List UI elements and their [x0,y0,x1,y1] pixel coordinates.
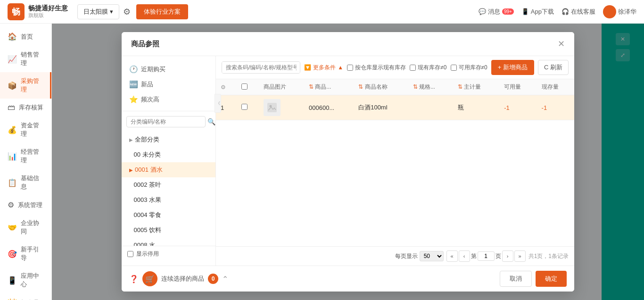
search-icon[interactable]: 🔍 [207,118,215,125]
right-panel: 🔍 🔽 更多条件 ▲ 按仓库显示现有库存 [216,56,574,266]
row-checkbox[interactable] [237,95,259,120]
warehouse-checkbox[interactable] [347,65,353,71]
cat-item-liquor[interactable]: ▶ 0001 酒水 [122,162,215,177]
existing-checkbox[interactable] [410,65,416,71]
existing-label: 现有库存≠0 [418,64,446,72]
cat-item-snack[interactable]: 0004 零食 [122,208,215,223]
col-available-header[interactable]: 可用量 [499,79,537,95]
cat-label: 0004 零食 [134,211,162,219]
cat-item-fruit[interactable]: 0003 水果 [122,192,215,208]
app-download-btn[interactable]: 📱 App下载 [521,8,554,16]
col-code-header[interactable]: ⇅ 商品... [304,79,354,95]
sidebar-item-cooperation[interactable]: 🤝 企业协同 [0,214,51,241]
online-service-btn[interactable]: 🎧 在线客服 [561,8,595,16]
divider [122,111,215,111]
add-product-btn[interactable]: + 新增商品 [491,60,534,75]
page-info: 共1页，1条记录 [528,252,569,260]
arrow-icon [129,228,132,233]
row-code: 000600... [304,95,354,120]
sidebar-item-member[interactable]: 👑 畅会员 [0,293,51,300]
experience-btn[interactable]: 体验行业方案 [136,4,188,19]
per-page-label: 每页显示 [395,252,418,260]
messages-btn[interactable]: 💬 消息 99+ [479,8,514,16]
cancel-btn[interactable]: 取消 [500,271,532,287]
filter-arrow-icon: ▲ [338,64,343,71]
modal-close-btn[interactable]: ✕ [558,39,565,49]
sidebar-item-guide[interactable]: 🎯 新手引导 [0,241,51,267]
user-name: 徐泽华 [618,8,636,16]
logo-sub: 旗舰版 [28,12,68,19]
row-select-checkbox[interactable] [241,104,248,110]
quick-item-recent[interactable]: 🕐 近期购买 [122,62,215,77]
product-table: ⚙ 商品图片 ⇅ 商品... [216,79,574,120]
modal-title: 商品参照 [131,40,159,49]
gear-icon[interactable]: ⚙ [123,7,131,17]
sidebar: 🏠 首页 📈 销售管理 📦 采购管理 🗃 库存核算 💰 资金管理 📊 经营管理 … [0,24,52,300]
available-filter[interactable]: 可用库存≠0 [451,64,487,72]
last-page-btn[interactable]: » [514,250,526,262]
app-label: App下载 [531,8,554,16]
company-dropdown[interactable]: 日太阳膜 ▾ [77,4,119,19]
next-page-btn[interactable]: › [502,250,513,262]
sidebar-label: 畅会员 [21,299,39,300]
page-suffix: 页 [495,252,501,260]
first-page-btn[interactable]: « [446,250,458,262]
messages-label: 消息 [488,8,500,16]
help-icon[interactable]: ❓ [129,275,139,283]
arrow-icon [129,213,132,218]
available-checkbox[interactable] [451,65,457,71]
arrow-icon: ▶ [129,137,133,142]
select-all-checkbox[interactable] [241,83,248,90]
row-available: -1 [499,95,537,120]
cat-item-beverage[interactable]: 0005 饮料 [122,223,215,238]
collapse-footer-icon[interactable]: ⌃ [222,275,228,283]
sidebar-item-app[interactable]: 📱 应用中心 [0,267,51,293]
confirm-btn[interactable]: 确定 [536,271,567,287]
cat-item-tea[interactable]: 0002 茶叶 [122,177,215,192]
prev-page-btn[interactable]: ‹ [459,250,470,262]
col-settings[interactable]: ⚙ [216,79,237,95]
svg-rect-0 [267,103,277,112]
existing-filter[interactable]: 现有库存≠0 [410,64,446,72]
quick-item-new[interactable]: 🆕 新品 [122,77,215,92]
member-icon: 👑 [8,298,17,300]
sidebar-label: 库存核算 [19,103,43,112]
cat-item-uncategorized[interactable]: 00 未分类 [122,147,215,162]
warehouse-filter[interactable]: 按仓库显示现有库存 [347,64,406,72]
cat-item-water[interactable]: 0008 水 [122,238,215,246]
display-disabled-checkbox[interactable] [127,251,133,257]
per-page-dropdown[interactable]: 501020100 [420,251,444,261]
quick-item-frequent[interactable]: ⭐ 频次高 [122,92,215,107]
sidebar-item-purchase[interactable]: 📦 采购管理 [0,72,51,99]
logo-icon: 畅 [8,3,25,20]
main-layout: 🏠 首页 📈 销售管理 📦 采购管理 🗃 库存核算 💰 资金管理 📊 经营管理 … [0,24,644,300]
sidebar-item-basic-info[interactable]: 📋 基础信息 [0,169,51,196]
sidebar-item-inventory[interactable]: 🗃 库存核算 [0,99,51,117]
row-unit: 瓶 [453,95,499,120]
cat-item-all[interactable]: ▶ 全部分类 [122,132,215,147]
col-spec-header[interactable]: ⇅ 规格... [408,79,453,95]
sort-icon: ⇅ [413,83,418,90]
filter-label: 更多条件 [313,64,336,72]
category-search-input[interactable] [126,116,206,127]
sidebar-item-operations[interactable]: 📊 经营管理 [0,143,51,169]
col-unit-header[interactable]: ⇅ 主计量 [453,79,499,95]
sidebar-item-home[interactable]: 🏠 首页 [0,27,51,46]
cart-btn[interactable]: 🛒 [142,271,157,286]
sidebar-item-finance[interactable]: 💰 资金管理 [0,117,51,143]
table-area: ⚙ 商品图片 ⇅ 商品... [216,79,574,246]
col-stock-header[interactable]: 现存量 [537,79,574,95]
system-icon: ⚙ [8,200,14,209]
sidebar-item-system[interactable]: ⚙ 系统管理 [0,196,51,214]
col-name-header[interactable]: ⇅ 商品名称 [354,79,408,95]
col-checkbox-header[interactable] [237,79,259,95]
panel-collapse-btn[interactable]: 《 [215,94,221,113]
filter-btn[interactable]: 🔽 更多条件 ▲ [304,64,343,72]
page-input[interactable] [478,251,495,261]
user-area[interactable]: 徐泽华 [603,5,636,18]
sidebar-item-sales[interactable]: 📈 销售管理 [0,46,51,72]
refresh-btn[interactable]: C 刷新 [538,60,569,75]
table-row[interactable]: 1 000600... 白酒100ml 瓶 -1 -1 [216,95,574,120]
operations-icon: 📊 [8,152,17,161]
table-search-input[interactable] [222,62,300,73]
